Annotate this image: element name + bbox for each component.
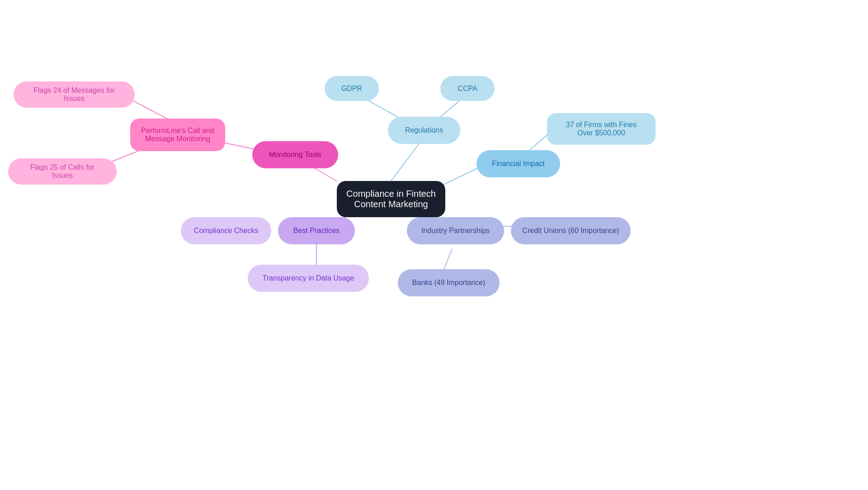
fines-node[interactable]: 37 of Firms with Fines Over $500,000: [547, 113, 656, 145]
flags-messages-node[interactable]: Flags 24 of Messages for Issues: [14, 81, 135, 108]
gdpr-node[interactable]: GDPR: [325, 76, 379, 101]
financial-impact-label: Financial Impact: [492, 160, 545, 168]
best-practices-node[interactable]: Best Practices: [278, 217, 355, 244]
credit-unions-node[interactable]: Credit Unions (60 Importance): [511, 217, 631, 244]
industry-partnerships-node[interactable]: Industry Partnerships: [407, 217, 504, 244]
performline-node[interactable]: PerformLine's Call and Message Monitorin…: [130, 119, 225, 151]
credit-unions-label: Credit Unions (60 Importance): [522, 227, 619, 235]
compliance-checks-label: Compliance Checks: [194, 227, 258, 235]
flags-messages-label: Flags 24 of Messages for Issues: [24, 86, 124, 103]
regulations-label: Regulations: [405, 126, 443, 134]
ccpa-node[interactable]: CCPA: [440, 76, 495, 101]
monitoring-tools-label: Monitoring Tools: [269, 151, 321, 159]
svg-line-7: [127, 97, 172, 121]
financial-impact-node[interactable]: Financial Impact: [476, 150, 560, 177]
best-practices-label: Best Practices: [293, 227, 340, 235]
transparency-label: Transparency in Data Usage: [262, 274, 354, 282]
gdpr-label: GDPR: [341, 85, 362, 93]
svg-line-14: [443, 249, 452, 271]
banks-node[interactable]: Banks (49 Importance): [398, 269, 500, 296]
banks-label: Banks (49 Importance): [412, 279, 486, 287]
performline-label: PerformLine's Call and Message Monitorin…: [141, 127, 214, 143]
regulations-node[interactable]: Regulations: [388, 117, 460, 144]
center-label: Compliance in Fintech Content Marketing: [337, 189, 445, 209]
monitoring-tools-node[interactable]: Monitoring Tools: [252, 141, 338, 168]
industry-partnerships-label: Industry Partnerships: [421, 227, 490, 235]
flags-calls-label: Flags 25 of Calls for Issues: [19, 163, 106, 180]
ccpa-label: CCPA: [458, 85, 477, 93]
transparency-node[interactable]: Transparency in Data Usage: [248, 265, 369, 292]
center-node[interactable]: Compliance in Fintech Content Marketing: [337, 181, 445, 217]
flags-calls-node[interactable]: Flags 25 of Calls for Issues: [8, 158, 117, 185]
fines-label: 37 of Firms with Fines Over $500,000: [558, 121, 645, 137]
compliance-checks-node[interactable]: Compliance Checks: [181, 217, 271, 244]
